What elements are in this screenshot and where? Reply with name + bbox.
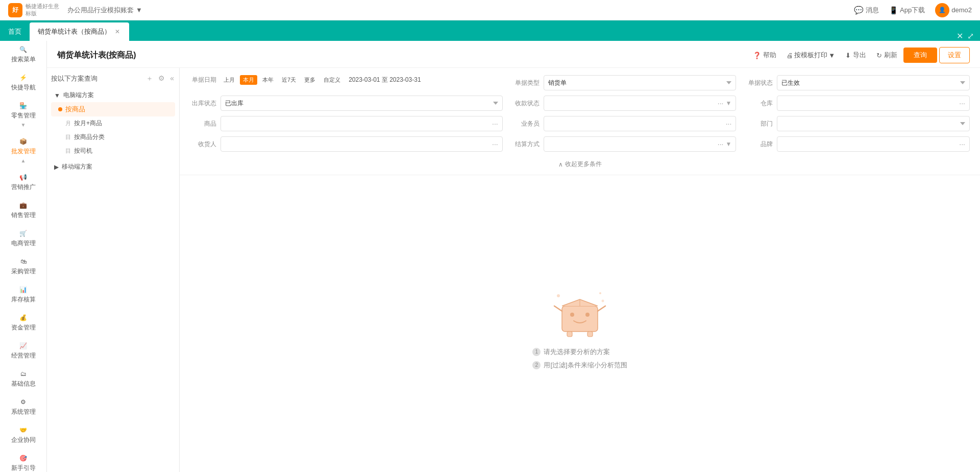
scheme-group-expand-icon: ▼ xyxy=(54,92,60,99)
filter-field-receivestatus: 收款状态 ··· ▼ xyxy=(513,96,737,111)
empty-hint-1: 1 请先选择要分析的方案 xyxy=(532,347,627,357)
add-scheme-icon[interactable]: ＋ xyxy=(145,73,154,84)
filter-area: 单据日期 上月 本月 本年 近7天 更多 自定义 20 xyxy=(180,68,980,175)
sidebar-item-purchase[interactable]: 🛍 采购管理 xyxy=(0,253,46,281)
retail-arrow-icon: ▼ xyxy=(21,122,26,128)
date-btn-custom[interactable]: 自定义 xyxy=(321,75,344,85)
help-button[interactable]: ❓ 帮助 xyxy=(749,49,780,62)
left-panel: 按以下方案查询 ＋ ⚙ « ▼ 电脑端方案 按商品 xyxy=(47,68,180,472)
sidebar-item-corp[interactable]: 🤝 企业协同 xyxy=(0,421,46,450)
date-btn-last-month[interactable]: 上月 xyxy=(220,75,238,85)
marketing-label: 营销推广 xyxy=(11,183,36,192)
tab-close-window-icon[interactable]: ✕ xyxy=(957,31,963,41)
goods-dots[interactable]: ··· xyxy=(492,120,498,128)
date-quick-btns: 上月 本月 本年 近7天 更多 自定义 xyxy=(220,75,344,85)
collapse-scheme-icon[interactable]: « xyxy=(169,73,175,84)
sidebar-item-newbie[interactable]: 🎯 新手引导 xyxy=(0,450,46,472)
settle-dots[interactable]: ··· xyxy=(718,140,724,148)
app-selector[interactable]: 办公用品行业模拟账套 ▼ xyxy=(63,4,146,17)
print-button[interactable]: 🖨 按模板打印 ▼ xyxy=(782,49,839,62)
wholesale-label: 批发管理 xyxy=(11,147,36,156)
app-download-action[interactable]: 📱 App下载 xyxy=(889,6,925,15)
sidebar-item-quicknav[interactable]: ⚡ 快捷导航 xyxy=(0,69,46,97)
logo-icon: 好 xyxy=(8,3,22,17)
brand-dots[interactable]: ··· xyxy=(959,140,965,148)
cashier-icon: 目 xyxy=(65,147,71,155)
tab-sales-stat[interactable]: 销货单统计表（按商品） ✕ xyxy=(30,22,129,41)
sidebar-item-wholesale[interactable]: 📦 批发管理 ▲ xyxy=(0,133,46,169)
sidebar-item-ops[interactable]: 📈 经营管理 xyxy=(0,337,46,365)
hint-label-2: 用[过滤]条件来缩小分析范围 xyxy=(544,361,627,370)
scheme-item-by-month-product[interactable]: 月 按月+商品 xyxy=(51,116,175,130)
user-label: demo2 xyxy=(951,6,972,14)
sidebar-item-marketing[interactable]: 📢 营销推广 xyxy=(0,169,46,197)
dept-label: 部门 xyxy=(746,120,773,128)
collapse-label: 收起更多条件 xyxy=(565,160,602,169)
purchase-icon: 🛍 xyxy=(20,258,27,265)
receiver-dots[interactable]: ··· xyxy=(492,140,498,148)
query-button[interactable]: 查询 xyxy=(903,48,937,63)
sales-stat-tab-label: 销货单统计表（按商品） xyxy=(38,27,111,36)
receiver-label: 收货人 xyxy=(190,140,216,149)
date-btn-this-month[interactable]: 本月 xyxy=(240,75,257,85)
sidebar-item-retail[interactable]: 🏪 零售管理 ▼ xyxy=(0,97,46,133)
message-action[interactable]: 💬 消息 xyxy=(854,6,879,15)
filter-field-dept: 部门 xyxy=(746,116,970,131)
date-btn-more[interactable]: 更多 xyxy=(301,75,318,85)
sales-label: 销售管理 xyxy=(11,211,36,220)
date-btn-this-year[interactable]: 本年 xyxy=(259,75,277,85)
sidebar-item-search[interactable]: 🔍 搜索菜单 xyxy=(0,41,46,69)
svg-point-2 xyxy=(570,313,574,317)
collapse-arrow-icon: ∧ xyxy=(558,161,563,168)
settle-dropdown-icon[interactable]: ▼ xyxy=(725,140,731,148)
scheme-group-desktop: ▼ 电脑端方案 按商品 月 按月+商品 目 按商品分类 xyxy=(51,88,175,158)
sidebar-item-inventory[interactable]: 📊 库存核算 xyxy=(0,281,46,309)
filter-field-docstatus: 单据状态 已生效 xyxy=(746,75,970,90)
logo-text: 畅捷通好生意 标版 xyxy=(26,3,59,16)
date-range-value: 2023-03-01 至 2023-03-31 xyxy=(349,76,421,84)
help-icon: ❓ xyxy=(753,52,761,59)
sidebar-search-label: 搜索菜单 xyxy=(11,55,36,64)
sidebar-item-basic[interactable]: 🗂 基础信息 xyxy=(0,365,46,393)
tab-close-icon[interactable]: ✕ xyxy=(114,27,121,36)
outstatus-label: 出库状态 xyxy=(190,99,216,108)
docstatus-label: 单据状态 xyxy=(746,79,773,87)
tab-maximize-icon[interactable]: ⤢ xyxy=(967,31,974,41)
scheme-group-desktop-title[interactable]: ▼ 电脑端方案 xyxy=(51,88,175,102)
settings-scheme-icon[interactable]: ⚙ xyxy=(157,73,166,84)
scheme-item-by-category[interactable]: 目 按商品分类 xyxy=(51,130,175,144)
warehouse-dots[interactable]: ··· xyxy=(959,99,965,107)
sidebar-item-system[interactable]: ⚙ 系统管理 xyxy=(0,393,46,421)
outstatus-select[interactable]: 已出库 xyxy=(220,96,503,111)
docstatus-select[interactable]: 已生效 xyxy=(777,75,970,90)
search-icon: 🔍 xyxy=(19,46,27,53)
receivestatus-label: 收款状态 xyxy=(513,99,540,108)
collapse-btn[interactable]: ∧ 收起更多条件 xyxy=(190,157,970,170)
scheme-group-mobile-title[interactable]: ▶ 移动端方案 xyxy=(51,160,175,174)
wholesale-arrow-icon: ▲ xyxy=(21,158,26,163)
svg-point-8 xyxy=(602,299,604,302)
dept-select[interactable] xyxy=(777,116,970,131)
message-label: 消息 xyxy=(866,6,879,15)
receivestatus-dropdown-icon[interactable]: ▼ xyxy=(725,100,731,107)
scheme-item-by-cashier[interactable]: 目 按司机 xyxy=(51,144,175,158)
user-action[interactable]: 👤 demo2 xyxy=(935,3,972,17)
scheme-item-by-product[interactable]: 按商品 xyxy=(51,102,175,116)
sidebar-item-ecom[interactable]: 🛒 电商管理 xyxy=(0,225,46,253)
logo-area[interactable]: 好 畅捷通好生意 标版 xyxy=(8,3,59,17)
salesman-dots[interactable]: ··· xyxy=(726,120,732,128)
marketing-icon: 📢 xyxy=(19,174,27,181)
sidebar-item-finance[interactable]: 💰 资金管理 xyxy=(0,309,46,337)
receivestatus-dots[interactable]: ··· xyxy=(718,99,724,107)
date-btn-7days[interactable]: 近7天 xyxy=(279,75,299,85)
doctype-select[interactable]: 销货单 xyxy=(544,75,737,90)
export-button[interactable]: ⬇ 导出 xyxy=(841,49,870,62)
settings-button[interactable]: 设置 xyxy=(939,47,970,63)
two-panel: 按以下方案查询 ＋ ⚙ « ▼ 电脑端方案 按商品 xyxy=(47,68,980,472)
refresh-button[interactable]: ↻ 刷新 xyxy=(872,49,901,62)
refresh-label: 刷新 xyxy=(884,51,897,60)
top-bar: 好 畅捷通好生意 标版 办公用品行业模拟账套 ▼ 💬 消息 📱 App下载 👤 … xyxy=(0,0,980,20)
sidebar-item-sales[interactable]: 💼 销售管理 xyxy=(0,197,46,225)
tab-home[interactable]: 首页 xyxy=(0,22,30,41)
print-label: 按模板打印 xyxy=(794,51,827,60)
